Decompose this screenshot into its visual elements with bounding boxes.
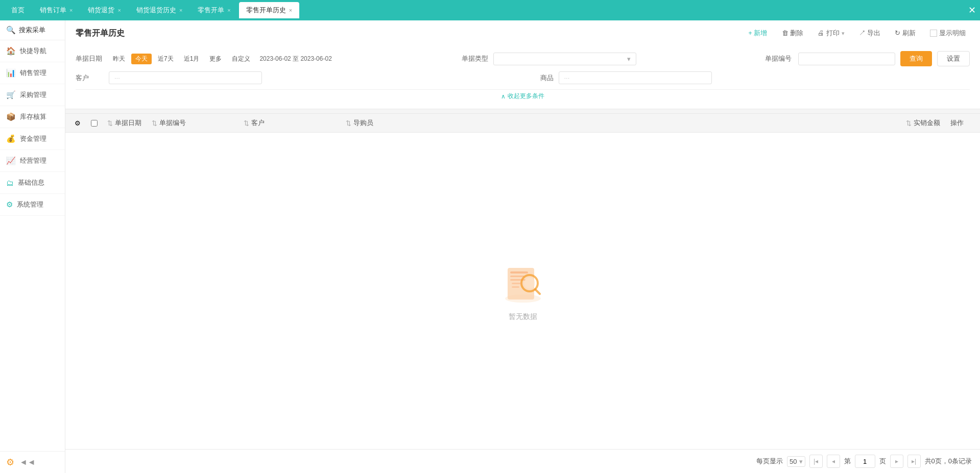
close-icon[interactable]: × xyxy=(69,7,73,13)
sidebar-item-finance[interactable]: 💰 资金管理 xyxy=(0,128,65,150)
system-icon: ⚙ xyxy=(6,200,13,209)
page-header-top: 零售开单历史 + 新增 🗑 删除 🖨 打印 ▾ ↗ 导出 xyxy=(76,27,970,40)
empty-text: 暂无数据 xyxy=(509,312,537,321)
refresh-button[interactable]: ↻ 刷新 xyxy=(891,27,920,40)
nav-label: 快捷导航 xyxy=(20,46,46,56)
sidebar-bottom: ⚙ ◄◄ xyxy=(0,451,65,473)
query-button[interactable]: 查询 xyxy=(900,51,932,66)
close-icon[interactable]: × xyxy=(289,7,292,13)
display-checkbox[interactable] xyxy=(930,30,937,37)
page-number-input[interactable] xyxy=(855,455,875,468)
display-detail-button[interactable]: 显示明细 xyxy=(926,27,970,40)
date-today[interactable]: 今天 xyxy=(131,54,152,64)
page-first-button[interactable]: |◂ xyxy=(809,455,823,468)
sidebar-item-inventory[interactable]: 📦 库存核算 xyxy=(0,106,65,128)
per-page-dropdown-icon: ▾ xyxy=(799,458,803,465)
col-amount: ⇅ 实销金额 xyxy=(901,118,945,128)
bill-no-label: 单据编号 xyxy=(765,54,793,63)
sort-icon[interactable]: ⇅ xyxy=(346,119,351,127)
sort-icon[interactable]: ⇅ xyxy=(906,119,912,127)
per-page-select[interactable]: 50 ▾ xyxy=(787,456,805,467)
customer-label: 客户 xyxy=(76,73,104,83)
date-options: 昨天 今天 近7天 近1月 更多 自定义 xyxy=(109,54,254,64)
date-custom[interactable]: 自定义 xyxy=(228,54,254,64)
export-label: ↗ 导出 xyxy=(859,29,881,38)
delete-button[interactable]: 🗑 删除 xyxy=(778,27,808,40)
page-last-button[interactable]: ▸| xyxy=(907,455,921,468)
date-1month[interactable]: 近1月 xyxy=(180,54,204,64)
pagination-bar: 每页显示 50 ▾ |◂ ◂ 第 页 ▸ ▸| 共0页，0条记录 xyxy=(65,449,980,473)
goods-input[interactable]: ··· xyxy=(559,71,712,84)
per-page-label: 每页显示 xyxy=(756,457,783,466)
add-button[interactable]: + 新增 xyxy=(744,27,771,40)
date-7days[interactable]: 近7天 xyxy=(154,54,178,64)
search-icon: 🔍 xyxy=(6,26,16,35)
checkbox-all[interactable] xyxy=(91,120,98,127)
tab-sales-order[interactable]: 销售订单 × xyxy=(33,2,80,18)
empty-state: 暂无数据 xyxy=(497,260,548,321)
col-customer-label: 客户 xyxy=(251,118,265,128)
svg-rect-3 xyxy=(510,276,524,277)
col-amount-label: 实销金额 xyxy=(914,118,940,128)
close-icon[interactable]: × xyxy=(117,7,121,13)
svg-line-7 xyxy=(535,289,540,294)
window-close-icon[interactable]: ✕ xyxy=(968,5,976,16)
sidebar-item-sales[interactable]: 📊 销售管理 xyxy=(0,62,65,84)
svg-rect-9 xyxy=(512,286,519,288)
print-button[interactable]: 🖨 打印 ▾ xyxy=(814,27,849,40)
bill-type-label: 单据类型 xyxy=(460,54,488,63)
operation-icon: 📈 xyxy=(6,156,16,165)
sidebar-search[interactable]: 🔍 搜索采单 xyxy=(0,20,65,40)
col-action: 操作 xyxy=(945,118,976,128)
tab-retail-bill[interactable]: 零售开单 × xyxy=(190,2,237,18)
tab-sales-return[interactable]: 销货退货 × xyxy=(81,2,128,18)
bill-type-select[interactable]: ▾ xyxy=(493,53,636,65)
col-action-label: 操作 xyxy=(950,118,964,128)
close-icon[interactable]: × xyxy=(227,7,230,13)
base-info-icon: 🗂 xyxy=(6,179,14,187)
sidebar-item-purchase[interactable]: 🛒 采购管理 xyxy=(0,84,65,106)
date-yesterday[interactable]: 昨天 xyxy=(109,54,129,64)
page-prev-button[interactable]: ◂ xyxy=(827,455,840,468)
goods-label: 商品 xyxy=(525,73,554,83)
sort-icon[interactable]: ⇅ xyxy=(244,119,249,127)
date-more[interactable]: 更多 xyxy=(205,54,226,64)
sidebar-item-quicknav[interactable]: 🏠 快捷导航 xyxy=(0,40,65,62)
sort-icon[interactable]: ⇅ xyxy=(152,119,157,127)
tab-retail-bill-history[interactable]: 零售开单历史 × xyxy=(239,2,299,18)
settings-gear-icon[interactable]: ⚙ xyxy=(6,457,14,468)
sort-icon[interactable]: ⇅ xyxy=(107,119,113,127)
customer-input[interactable]: ··· xyxy=(109,71,262,84)
display-label: 显示明细 xyxy=(939,29,966,38)
filter-row-date: 单据日期 昨天 今天 近7天 近1月 更多 自定义 2023-06-02 至 2… xyxy=(76,51,970,66)
page-label: 第 xyxy=(844,457,851,466)
table-settings-icon[interactable]: ⚙ xyxy=(69,119,86,127)
bill-no-input[interactable] xyxy=(798,53,895,65)
collapse-label: 收起更多条件 xyxy=(508,92,544,101)
print-dropdown-icon[interactable]: ▾ xyxy=(842,30,845,37)
collapse-button[interactable]: ∧ 收起更多条件 xyxy=(501,92,544,101)
sidebar-nav: 🏠 快捷导航 📊 销售管理 🛒 采购管理 📦 库存核算 💰 资金管理 📈 xyxy=(0,40,65,451)
tab-sales-return-history[interactable]: 销货退货历史 × xyxy=(129,2,189,18)
tab-homepage[interactable]: 首页 xyxy=(4,2,32,18)
sidebar-item-system[interactable]: ⚙ 系统管理 xyxy=(0,194,65,216)
svg-rect-8 xyxy=(512,283,522,284)
sidebar-item-base-info[interactable]: 🗂 基础信息 xyxy=(0,172,65,194)
sidebar-item-operation[interactable]: 📈 经营管理 xyxy=(0,150,65,172)
home-icon: 🏠 xyxy=(6,46,16,56)
col-no: ⇅ 单据编号 xyxy=(147,118,238,128)
sidebar: 🔍 搜索采单 🏠 快捷导航 📊 销售管理 🛒 采购管理 📦 库存核算 💰 xyxy=(0,20,65,473)
filter-area: 单据日期 昨天 今天 近7天 近1月 更多 自定义 2023-06-02 至 2… xyxy=(76,46,970,109)
sidebar-search-label: 搜索采单 xyxy=(19,26,45,35)
page-header: 零售开单历史 + 新增 🗑 删除 🖨 打印 ▾ ↗ 导出 xyxy=(65,20,980,109)
setting-button[interactable]: 设置 xyxy=(937,51,970,66)
export-button[interactable]: ↗ 导出 xyxy=(855,27,885,40)
page-next-button[interactable]: ▸ xyxy=(890,455,903,468)
collapse-bar: ∧ 收起更多条件 xyxy=(76,89,970,104)
collapse-sidebar-icon[interactable]: ◄◄ xyxy=(19,458,36,467)
col-no-label: 单据编号 xyxy=(159,118,186,128)
table-select-all-checkbox[interactable] xyxy=(86,120,102,127)
close-icon[interactable]: × xyxy=(179,7,182,13)
table-body: 暂无数据 xyxy=(65,133,980,449)
sales-icon: 📊 xyxy=(6,68,16,78)
